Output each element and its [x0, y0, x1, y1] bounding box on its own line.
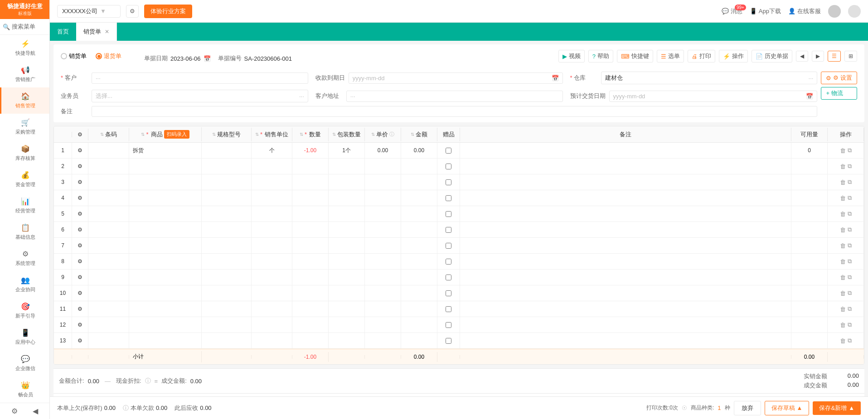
save-draft-button[interactable]: 保存草稿 ▲	[765, 401, 810, 415]
td-spec-9[interactable]	[202, 270, 252, 285]
td-barcode-1[interactable]	[88, 143, 129, 158]
sidebar-item-management[interactable]: 📊 经营管理	[0, 193, 49, 219]
td-gift-2[interactable]	[437, 159, 460, 174]
td-spec-7[interactable]	[202, 238, 252, 253]
company-selector[interactable]: XXXXXX公司 ▼	[57, 5, 121, 18]
td-settings-5[interactable]: ⚙	[72, 206, 88, 222]
td-settings-4[interactable]: ⚙	[72, 190, 88, 206]
shortcut-button[interactable]: ⌨ 快捷键	[617, 50, 653, 63]
td-pack-11[interactable]	[329, 301, 365, 317]
td-unit-2[interactable]	[252, 159, 292, 174]
delete-icon-4[interactable]: 🗑	[840, 195, 846, 202]
gift-checkbox-12[interactable]	[446, 322, 451, 328]
td-amount-10[interactable]	[401, 285, 437, 301]
td-price-5[interactable]	[365, 206, 401, 222]
td-goods-7[interactable]	[129, 238, 202, 253]
td-gift-12[interactable]	[437, 317, 460, 332]
td-pack-9[interactable]	[329, 270, 365, 285]
td-price-12[interactable]	[365, 317, 401, 332]
td-settings-10[interactable]: ⚙	[72, 285, 88, 301]
trial-button[interactable]: 体验行业方案	[144, 5, 192, 18]
copy-icon-7[interactable]: ⧉	[848, 242, 852, 249]
td-spec-8[interactable]	[202, 254, 252, 269]
td-pack-2[interactable]	[329, 159, 365, 174]
td-note-4[interactable]	[460, 190, 791, 206]
td-settings-6[interactable]: ⚙	[72, 222, 88, 237]
td-spec-11[interactable]	[202, 301, 252, 317]
remark-input[interactable]	[92, 106, 817, 117]
td-price-11[interactable]	[365, 301, 401, 317]
gift-checkbox-10[interactable]	[446, 290, 451, 296]
print-button[interactable]: 🖨 打印	[688, 50, 715, 63]
td-amount-3[interactable]	[401, 174, 437, 190]
delete-icon-9[interactable]: 🗑	[840, 274, 846, 281]
gift-checkbox-8[interactable]	[446, 259, 451, 265]
td-goods-8[interactable]	[129, 254, 202, 269]
td-settings-13[interactable]: ⚙	[72, 333, 88, 348]
td-unit-4[interactable]	[252, 190, 292, 206]
td-note-8[interactable]	[460, 254, 791, 269]
gift-checkbox-11[interactable]	[446, 306, 451, 312]
td-price-10[interactable]	[365, 285, 401, 301]
settings-gear-button[interactable]: ⚙	[126, 5, 139, 18]
gift-checkbox-4[interactable]	[446, 195, 451, 201]
settings-icon[interactable]: ⚙	[11, 407, 18, 415]
td-amount-13[interactable]	[401, 333, 437, 348]
td-goods-9[interactable]	[129, 270, 202, 285]
td-settings-9[interactable]: ⚙	[72, 270, 88, 285]
td-gift-5[interactable]	[437, 206, 460, 222]
td-gift-11[interactable]	[437, 301, 460, 317]
user-avatar[interactable]	[828, 5, 841, 18]
td-price-8[interactable]	[365, 254, 401, 269]
delete-icon-3[interactable]: 🗑	[840, 179, 846, 186]
copy-icon-5[interactable]: ⧉	[848, 210, 852, 217]
sidebar-item-system[interactable]: ⚙ 系统管理	[0, 245, 49, 271]
delete-icon-8[interactable]: 🗑	[840, 258, 846, 265]
td-barcode-6[interactable]	[88, 222, 129, 237]
td-barcode-11[interactable]	[88, 301, 129, 317]
td-note-5[interactable]	[460, 206, 791, 222]
td-spec-5[interactable]	[202, 206, 252, 222]
td-price-9[interactable]	[365, 270, 401, 285]
td-amount-6[interactable]	[401, 222, 437, 237]
td-barcode-3[interactable]	[88, 174, 129, 190]
td-qty-9[interactable]	[292, 270, 329, 285]
td-amount-11[interactable]	[401, 301, 437, 317]
td-qty-12[interactable]	[292, 317, 329, 332]
copy-icon-6[interactable]: ⧉	[848, 226, 852, 233]
sidebar-item-member[interactable]: 👑 畅会员	[0, 376, 49, 403]
td-goods-5[interactable]	[129, 206, 202, 222]
sidebar-item-app-center[interactable]: 📱 应用中心	[0, 324, 49, 350]
td-qty-2[interactable]	[292, 159, 329, 174]
sidebar-item-basic-info[interactable]: 📋 基础信息	[0, 219, 49, 245]
gift-checkbox-1[interactable]	[446, 148, 451, 154]
online-service-link[interactable]: 👤 在线客服	[788, 7, 821, 15]
copy-icon-1[interactable]: ⧉	[848, 147, 852, 154]
td-unit-7[interactable]	[252, 238, 292, 253]
td-unit-6[interactable]	[252, 222, 292, 237]
copy-icon-8[interactable]: ⧉	[848, 258, 852, 265]
copy-icon-12[interactable]: ⧉	[848, 321, 852, 328]
salesperson-input[interactable]: 选择... ···	[92, 90, 308, 102]
delete-icon-11[interactable]: 🗑	[840, 306, 846, 313]
delete-icon-7[interactable]: 🗑	[840, 242, 846, 249]
gift-checkbox-7[interactable]	[446, 243, 451, 249]
td-barcode-8[interactable]	[88, 254, 129, 269]
td-barcode-7[interactable]	[88, 238, 129, 253]
td-spec-12[interactable]	[202, 317, 252, 332]
td-price-7[interactable]	[365, 238, 401, 253]
td-goods-2[interactable]	[129, 159, 202, 174]
settings-button[interactable]: ⚙ ⚙ 设置	[821, 72, 857, 84]
td-note-3[interactable]	[460, 174, 791, 190]
tab-close-icon[interactable]: ✕	[105, 29, 109, 35]
td-amount-8[interactable]	[401, 254, 437, 269]
td-gift-3[interactable]	[437, 174, 460, 190]
td-note-7[interactable]	[460, 238, 791, 253]
copy-icon-10[interactable]: ⧉	[848, 289, 852, 297]
td-pack-13[interactable]	[329, 333, 365, 348]
message-button[interactable]: 💬 消息 99+	[722, 7, 742, 15]
td-gift-7[interactable]	[437, 238, 460, 253]
abandon-button[interactable]: 放弃	[734, 401, 761, 415]
sidebar-item-quick-nav[interactable]: ⚡ 快捷导航	[0, 35, 49, 61]
user-avatar-2[interactable]	[848, 5, 861, 18]
